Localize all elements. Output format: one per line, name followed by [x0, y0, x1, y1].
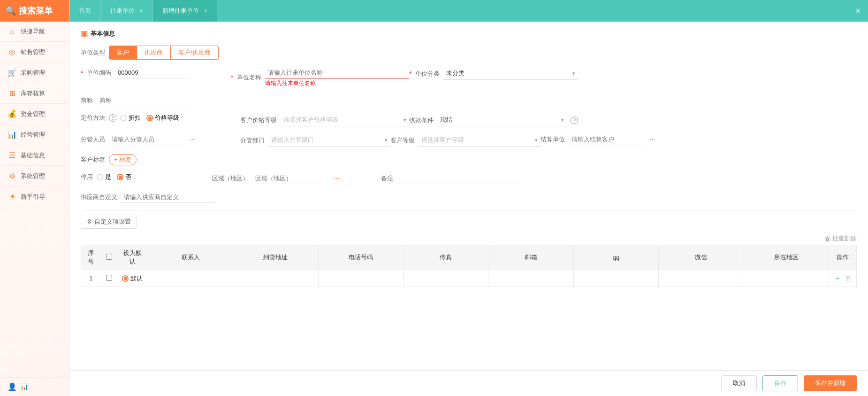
sidebar-item-guide[interactable]: ✦ 新手引导	[0, 186, 69, 207]
save-button[interactable]: 保存	[762, 375, 798, 391]
settlement-more-icon[interactable]: ···	[647, 135, 657, 144]
sidebar-item-label: 资金管理	[21, 110, 45, 118]
unit-category-select[interactable]: 未分类 ▾	[443, 67, 578, 80]
sidebar-item-inventory[interactable]: ⊞ 库存核算	[0, 83, 69, 104]
unit-btn-customer[interactable]: 客户	[109, 46, 137, 60]
sidebar-item-finance[interactable]: 💰 资金管理	[0, 104, 69, 124]
row-qq[interactable]	[573, 270, 658, 287]
sidebar-item-sales[interactable]: ◎ 销售管理	[0, 42, 69, 62]
col-address: 到货地址	[233, 245, 318, 270]
unit-code-input[interactable]	[115, 67, 190, 78]
wechat-input[interactable]	[663, 273, 739, 284]
sidebar-item-operations[interactable]: 📊 经营管理	[0, 124, 69, 145]
tab-new-partner-close[interactable]: ×	[204, 7, 207, 15]
pricing-radio-discount[interactable]: 折扣	[120, 114, 141, 122]
system-icon: ⚙	[8, 171, 17, 180]
sidebar-item-basic-info[interactable]: ☰ 基础信息	[0, 145, 69, 166]
sidebar-bottom: 👤 📊	[0, 377, 69, 396]
row-email[interactable]	[488, 270, 573, 287]
unit-category-value: 未分类	[446, 69, 570, 78]
sidebar-search-label: 搜索菜单	[19, 5, 53, 16]
row-wechat[interactable]	[659, 270, 744, 287]
sidebar-item-label: 经营管理	[21, 131, 45, 139]
row-select-checkbox[interactable]	[106, 275, 112, 281]
customer-level-select[interactable]: 请选择客户等级 ▾	[419, 134, 541, 147]
divider	[81, 210, 857, 211]
main-area: 首页 往来单位 × 新增往来单位 × × ▣ 基本信息 单位类型 客户 供应商 …	[69, 0, 868, 396]
shortname-row: 简称	[81, 95, 857, 106]
row-region[interactable]	[744, 270, 829, 287]
section-title-text: 基本信息	[91, 30, 115, 38]
delete-row-icon[interactable]: 🗑	[845, 274, 852, 282]
tab-new-partner-label: 新增往来单位	[162, 7, 199, 15]
save-new-button[interactable]: 保存并新增	[804, 375, 857, 391]
payment-terms-help-icon[interactable]: ?	[571, 116, 578, 124]
row-default: 默认	[117, 270, 148, 287]
batch-delete-button[interactable]: 🗑 批量删除	[824, 234, 857, 243]
row-address[interactable]	[233, 270, 318, 287]
custom-settings-button[interactable]: ⚙ 自定义项设置	[81, 215, 137, 229]
sidebar-item-purchase[interactable]: 🛒 采购管理	[0, 62, 69, 83]
qq-input[interactable]	[579, 273, 654, 284]
sales-icon: ◎	[8, 47, 17, 56]
disabled-radio-no[interactable]: 否	[117, 173, 131, 181]
phone-input[interactable]	[323, 273, 398, 284]
unit-btn-supplier[interactable]: 供应商	[137, 46, 171, 60]
department-select[interactable]: 请输入分管部门 ▾	[268, 134, 390, 147]
select-all-checkbox[interactable]	[106, 254, 112, 260]
tab-partners[interactable]: 往来单位 ×	[101, 0, 153, 22]
col-checkbox	[101, 245, 117, 270]
tab-home[interactable]: 首页	[69, 0, 101, 22]
section-title: ▣ 基本信息	[81, 29, 857, 38]
delete-icon: 🗑	[824, 235, 830, 242]
chevron-down-icon: ▾	[385, 137, 388, 143]
tabbar: 首页 往来单位 × 新增往来单位 × ×	[69, 0, 868, 22]
row-num: 1	[81, 270, 101, 287]
global-close-icon[interactable]: ×	[855, 6, 860, 16]
payment-terms-label: 收款条件	[409, 116, 434, 124]
inventory-icon: ⊞	[8, 89, 17, 98]
disabled-radio-yes[interactable]: 是	[97, 173, 111, 181]
settlement-input[interactable]	[569, 134, 644, 145]
department-group: 分管部门 请输入分管部门 ▾	[240, 134, 390, 147]
sidebar-search[interactable]: 🔍 搜索菜单	[0, 0, 69, 22]
purchase-icon: 🛒	[8, 68, 17, 77]
radio-circle-no	[117, 174, 123, 180]
remarks-input[interactable]	[397, 173, 519, 184]
payment-terms-select[interactable]: 现结 ▾	[437, 114, 567, 126]
add-tag-button[interactable]: + 标签	[109, 154, 137, 165]
add-row-icon[interactable]: ＋	[834, 274, 841, 283]
sidebar-item-quick-nav[interactable]: ⌂ 快捷导航	[0, 22, 69, 42]
sidebar-item-label: 采购管理	[21, 69, 45, 77]
row-region-input[interactable]	[749, 273, 824, 284]
email-input[interactable]	[493, 273, 568, 284]
region-input[interactable]	[252, 173, 327, 184]
pricing-radio-level[interactable]: 价格等级	[146, 114, 179, 122]
chevron-down-icon: ▾	[561, 117, 564, 123]
unit-btn-both[interactable]: 客户/供应商	[171, 46, 219, 60]
row-phone[interactable]	[318, 270, 403, 287]
row-checkbox[interactable]	[101, 270, 117, 287]
manager-input[interactable]	[109, 134, 184, 145]
unit-name-input[interactable]	[265, 67, 409, 78]
contact-input[interactable]	[153, 273, 228, 284]
supplier-custom-input[interactable]	[121, 192, 215, 203]
radio-circle-yes	[97, 174, 103, 180]
customer-price-level-select[interactable]: 请选择客户价格等级 ▾	[281, 114, 409, 126]
sidebar-item-system[interactable]: ⚙ 系统管理	[0, 166, 69, 186]
pricing-level-label: 价格等级	[155, 114, 179, 122]
row-default-radio[interactable]	[122, 275, 129, 282]
region-more-icon[interactable]: ···	[331, 174, 341, 183]
row-fax[interactable]	[404, 270, 488, 287]
cancel-button[interactable]: 取消	[721, 375, 757, 391]
row-contact[interactable]	[148, 270, 233, 287]
tab-new-partner[interactable]: 新增往来单位 ×	[153, 0, 217, 22]
fax-input[interactable]	[408, 273, 483, 284]
supplier-custom-group: 供应商自定义	[81, 192, 259, 203]
address-input[interactable]	[238, 273, 313, 284]
manager-more-icon[interactable]: ···	[188, 135, 198, 144]
pricing-help-icon[interactable]: ?	[109, 114, 116, 122]
disabled-label: 停用	[81, 173, 93, 181]
short-name-input[interactable]	[97, 95, 190, 106]
tab-partners-close[interactable]: ×	[139, 7, 143, 15]
